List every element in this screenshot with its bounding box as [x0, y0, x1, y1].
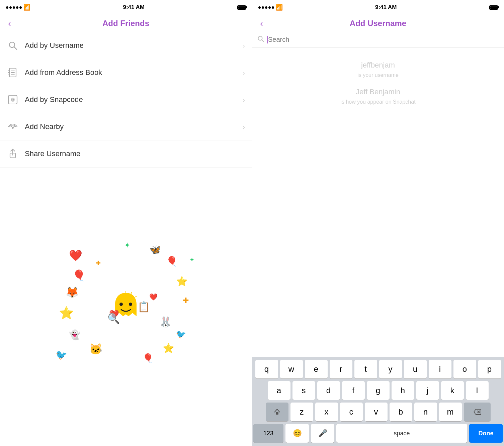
svg-rect-22: [276, 412, 278, 415]
battery-icon-right: [489, 5, 498, 10]
emoji-balloon-1: 🎈: [72, 270, 86, 281]
key-emoji[interactable]: 😊: [285, 424, 309, 443]
key-t[interactable]: t: [354, 360, 377, 378]
key-h[interactable]: h: [392, 381, 414, 400]
battery-icon-left: [237, 5, 246, 10]
emoji-plus-1: ✚: [183, 297, 189, 304]
emoji-star-3: ⭐: [163, 344, 174, 353]
right-panel-title: Add Username: [350, 19, 406, 28]
left-time: 9:41 AM: [123, 4, 145, 11]
main-content: ‹ Add Friends Add by Username ›: [0, 15, 504, 446]
key-delete[interactable]: [464, 403, 491, 421]
keyboard-row-3: z x c v b n m: [253, 403, 503, 421]
menu-item-nearby[interactable]: Add Nearby ›: [0, 113, 252, 140]
search-input[interactable]: [268, 36, 353, 43]
key-w[interactable]: w: [280, 360, 303, 378]
svg-point-10: [11, 99, 12, 100]
left-signal: 📶: [6, 4, 30, 11]
keyboard-row-1: q w e r t y u i o p: [253, 360, 503, 378]
key-mic[interactable]: 🎤: [311, 424, 334, 443]
menu-item-snapcode-label: Add by Snapcode: [25, 95, 243, 104]
svg-line-18: [131, 292, 132, 294]
key-p[interactable]: p: [478, 360, 501, 378]
emoji-balloon-2: 🎈: [166, 257, 178, 266]
right-back-button[interactable]: ‹: [257, 16, 266, 30]
svg-line-19: [135, 296, 137, 297]
emoji-bird-1: 🐦: [56, 350, 67, 360]
emoji-notebook: 📋: [138, 302, 150, 312]
key-x[interactable]: x: [315, 403, 338, 421]
left-status-bar: 📶 9:41 AM: [0, 0, 252, 15]
svg-point-20: [258, 36, 262, 40]
share-icon: [7, 148, 19, 160]
search-icon-right: [257, 35, 264, 44]
key-o[interactable]: o: [453, 360, 476, 378]
keyboard-row-4: 123 😊 🎤 space Done: [253, 424, 503, 443]
chevron-icon-snapcode: ›: [243, 96, 245, 104]
emoji-fox: 🦊: [66, 287, 79, 298]
right-wifi-icon: 📶: [276, 4, 283, 11]
emoji-ghost-small: 👻: [69, 330, 81, 340]
search-bar[interactable]: [252, 32, 504, 47]
right-status-bar: 📶 9:41 AM: [252, 0, 504, 15]
svg-point-15: [119, 303, 123, 306]
emoji-illustration: ❤️ ❤️ ❤️ ⭐ ⭐ ⭐ 🎈 🎈 🎈 🐦 🐦 🦋 🦊 🐱 🐰 👻 🔍 📋 ✚: [0, 168, 252, 446]
key-c[interactable]: c: [340, 403, 363, 421]
menu-list: Add by Username › Add from Addr: [0, 32, 252, 168]
key-space[interactable]: space: [336, 424, 467, 443]
right-battery: [489, 5, 498, 10]
emoji-heart-1: ❤️: [69, 250, 82, 261]
key-b[interactable]: b: [390, 403, 412, 421]
svg-point-11: [13, 99, 14, 100]
emoji-plus-2: ✚: [96, 260, 101, 266]
key-m[interactable]: m: [439, 403, 462, 421]
svg-line-21: [262, 40, 264, 42]
key-a[interactable]: a: [268, 381, 290, 400]
key-g[interactable]: g: [367, 381, 390, 400]
left-panel-title: Add Friends: [102, 19, 149, 28]
nearby-icon: [7, 121, 19, 133]
key-q[interactable]: q: [255, 360, 278, 378]
key-n[interactable]: n: [414, 403, 437, 421]
menu-item-snapcode[interactable]: Add by Snapcode ›: [0, 86, 252, 113]
emoji-search: 🔍: [107, 314, 120, 324]
key-123[interactable]: 123: [253, 424, 283, 443]
right-panel: ‹ Add Username jeffbenjam is your userna…: [252, 15, 504, 446]
search-icon: [7, 39, 19, 51]
menu-item-username[interactable]: Add by Username ›: [0, 32, 252, 59]
key-e[interactable]: e: [305, 360, 328, 378]
key-d[interactable]: d: [317, 381, 340, 400]
key-z[interactable]: z: [290, 403, 313, 421]
menu-item-address[interactable]: Add from Address Book ›: [0, 59, 252, 86]
left-back-button[interactable]: ‹: [5, 16, 14, 30]
key-shift[interactable]: [266, 403, 288, 421]
key-j[interactable]: j: [416, 381, 439, 400]
key-v[interactable]: v: [365, 403, 388, 421]
emoji-rabbit: 🐰: [159, 317, 172, 327]
key-k[interactable]: k: [441, 381, 464, 400]
key-y[interactable]: y: [379, 360, 402, 378]
key-f[interactable]: f: [342, 381, 365, 400]
chevron-icon-address: ›: [243, 69, 245, 77]
key-i[interactable]: i: [429, 360, 451, 378]
username-display: jeffbenjam: [361, 61, 395, 70]
menu-item-nearby-label: Add Nearby: [25, 122, 243, 131]
svg-point-16: [129, 303, 132, 306]
right-signal-dots: [258, 6, 274, 9]
left-panel-header: ‹ Add Friends: [0, 15, 252, 32]
key-done[interactable]: Done: [469, 424, 503, 443]
key-l[interactable]: l: [466, 381, 489, 400]
svg-point-0: [9, 42, 15, 47]
search-input-area[interactable]: [267, 36, 353, 43]
emoji-star-2: ⭐: [176, 277, 188, 286]
key-s[interactable]: s: [292, 381, 315, 400]
keyboard: q w e r t y u i o p a s d f g h j k: [252, 357, 504, 446]
chevron-icon-nearby: ›: [243, 123, 245, 131]
svg-point-12: [12, 127, 14, 129]
user-info-section: jeffbenjam is your username Jeff Benjami…: [252, 47, 504, 112]
menu-item-share[interactable]: Share Username ›: [0, 140, 252, 168]
key-r[interactable]: r: [330, 360, 352, 378]
emoji-sparks-2: ✦: [189, 257, 194, 263]
key-u[interactable]: u: [404, 360, 427, 378]
display-name-label: is how you appear on Snapchat: [340, 99, 415, 105]
